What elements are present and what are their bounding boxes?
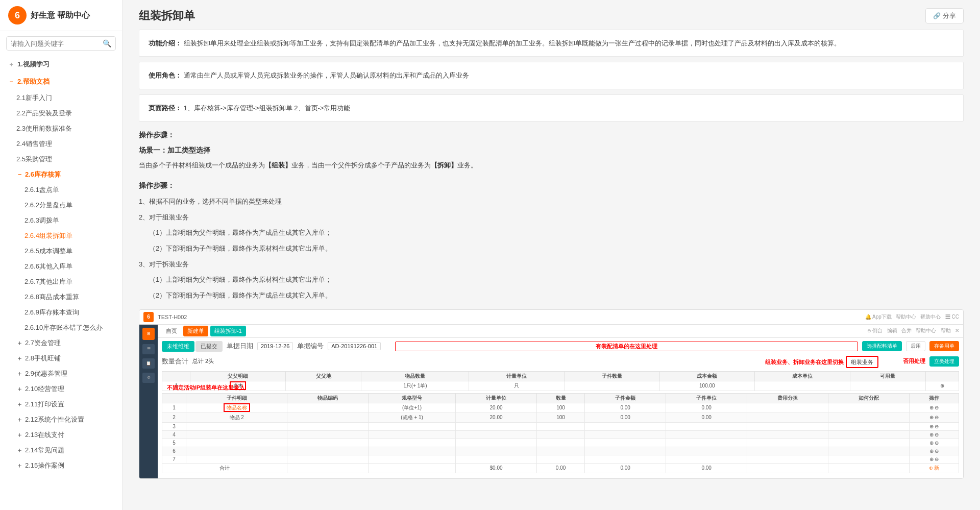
- form-top-row: 未维维维 已提交 单据日期 2019-12-26 单据编号 AD-2019122…: [162, 341, 959, 352]
- sidebar-item-inv264[interactable]: 2.6.4组装拆卸单: [0, 228, 122, 244]
- sidebar-item-pay[interactable]: ＋2.13在线支付: [0, 427, 122, 443]
- sidebar-item-faq[interactable]: ＋2.14常见问题: [0, 443, 122, 458]
- menu-btn-assembly[interactable]: 组装拆卸-1: [210, 326, 246, 336]
- col-sub-method: 如何分配: [828, 393, 910, 403]
- col-check: [162, 371, 190, 381]
- col-sub-qty: 子件数量: [565, 371, 660, 381]
- sidebar-item-install[interactable]: 2.2产品安装及登录: [0, 106, 122, 121]
- table-row: 2 物品 2 (规格 + 1) 20.00 100 0.00 0.00: [162, 412, 959, 422]
- tab-submitted[interactable]: 已提交: [195, 341, 223, 352]
- sidebar-item-newbie[interactable]: 2.1新手入门: [0, 90, 122, 106]
- step3: 3、对于拆装业务: [139, 258, 964, 271]
- ops-steps-title: 操作步骤：: [139, 181, 964, 190]
- assembly-type-row: 数量合计 总计 2头 组装业务、拆卸业务在这里切换 组装业务: [162, 355, 959, 368]
- search-icon[interactable]: 🔍: [103, 39, 111, 47]
- sidebar-item-print[interactable]: ＋2.11打印设置: [0, 397, 122, 412]
- func-intro-text: 组装拆卸单用来处理企业组装或拆卸等加工业务，支持有固定装配清单的产品加工业务，也…: [184, 39, 841, 47]
- col-parent-detail: 父父明细: [190, 371, 286, 381]
- sidebar-item-coupon[interactable]: ＋2.9优惠券管理: [0, 366, 122, 381]
- btn-select-bom[interactable]: 选择配料清单: [862, 341, 902, 351]
- sidebar-item-inv267[interactable]: 2.6.7其他出库单: [0, 274, 122, 289]
- table-row: 4: [162, 430, 959, 439]
- sidebar-item-inv268[interactable]: 2.6.8商品成本重算: [0, 289, 122, 305]
- optional-process-label: 否用处理: [903, 357, 925, 365]
- app-sidebar-icon3: 📋: [142, 358, 155, 369]
- col-qty: 物品数量: [361, 371, 469, 381]
- col-sub-ops: 操作: [910, 393, 959, 403]
- sidebar-item-inv262[interactable]: 2.6.2分量盘点单: [0, 198, 122, 213]
- scenario1-desc: 当由多个子件材料组装成一个成品的业务为【组装】业务，当由一个父件拆分成多个子产品…: [139, 159, 964, 172]
- app-sidebar: ⊞ ☰ 📋 ⚙: [139, 325, 158, 478]
- menu-btn-new[interactable]: 新建单: [183, 326, 208, 336]
- app-id: TEST-H002: [158, 314, 187, 320]
- app-sidebar-icon2: ☰: [142, 344, 155, 354]
- menu-btn-home[interactable]: 自页: [162, 326, 181, 336]
- sidebar: 6 好生意 帮助中心 🔍 ＋ 1.视频学习 － 2.帮助文档 2.1新手入门 2…: [0, 0, 122, 510]
- role-label: 使用角色：: [149, 71, 182, 79]
- sidebar-item-custom[interactable]: ＋2.12系统个性化设置: [0, 412, 122, 427]
- sidebar-item-inv269[interactable]: 2.6.9库存账本查询: [0, 305, 122, 320]
- parent-table: 父父明细 父父地 物品数量 计量单位 子件数量 成本金额 成本单位 可用量: [162, 371, 959, 391]
- ops-title: 操作步骤：: [139, 131, 964, 140]
- sidebar-header: 6 好生意 帮助中心: [0, 0, 122, 31]
- share-button[interactable]: 🔗 分享: [925, 8, 964, 23]
- app-sidebar-icon4: ⚙: [142, 373, 155, 383]
- search-input[interactable]: [11, 40, 103, 47]
- search-box[interactable]: 🔍: [6, 36, 116, 51]
- col-parent-loc: 父父地: [286, 371, 361, 381]
- form-code-label: 单据编号: [297, 342, 324, 351]
- func-intro-label: 功能介绍：: [149, 39, 182, 47]
- table-footer-row: 合计 $0.00 0.00 0.00 0.00: [162, 463, 959, 473]
- func-intro-block: 功能介绍： 组装拆卸单用来处理企业组装或拆卸等加工业务，支持有固定装配清单的产品…: [139, 30, 964, 57]
- step2: 2、对于组装业务: [139, 211, 964, 224]
- tab-not-submitted[interactable]: 未维维维: [162, 341, 194, 352]
- btn-save[interactable]: 存备用单: [929, 341, 959, 351]
- app-menu-icons: ⊕ 倒台 编辑 合并 帮助中心 帮助 ✕: [867, 327, 959, 334]
- sidebar-item-inv261[interactable]: 2.6.1盘点单: [0, 182, 122, 198]
- col-sub-spec: 规格型号: [369, 393, 456, 403]
- app-sidebar-icon1: ⊞: [142, 328, 155, 340]
- sidebar-item-docs[interactable]: － 2.帮助文档: [0, 73, 122, 90]
- sidebar-item-inv265[interactable]: 2.6.5成本调整单: [0, 244, 122, 259]
- logo-title: 好生意 帮助中心: [31, 10, 90, 21]
- form-code-value[interactable]: AD-20191226-001: [328, 342, 381, 350]
- main-content: 功能介绍： 组装拆卸单用来处理企业组装或拆卸等加工业务，支持有固定装配清单的产品…: [122, 30, 980, 510]
- sub-item-label: 物品名称: [224, 403, 250, 412]
- col-sub-unit2: 子件单位: [666, 393, 747, 403]
- table-row: 5: [162, 439, 959, 447]
- form-tabs: 未维维维 已提交: [162, 341, 223, 352]
- col-sub-amount: 子件金额: [585, 393, 666, 403]
- sidebar-item-inv266[interactable]: 2.6.6其他入库单: [0, 259, 122, 274]
- child-table-area: 不固定活动IP组装单在这里录入 子件明细 物品编码 规格型号 计: [162, 393, 959, 473]
- col-available: 可用量: [850, 371, 925, 381]
- sidebar-item-mobile[interactable]: ＋2.8手机旺铺: [0, 351, 122, 366]
- col-sub-detail: 子件明细: [186, 393, 287, 403]
- collapse-icon: －: [8, 78, 14, 86]
- step2-2: （2）下部明细为子件明细，最终作为原材料生成其它出库单。: [139, 242, 964, 255]
- col-sub-qty2: 数量: [537, 393, 585, 403]
- sidebar-item-sales[interactable]: 2.4销售管理: [0, 136, 122, 152]
- sidebar-item-purchase[interactable]: 2.5采购管理: [0, 152, 122, 167]
- col-sub-code: 物品编码: [287, 393, 369, 403]
- sidebar-item-video[interactable]: ＋ 1.视频学习: [0, 56, 122, 73]
- assembly-type-selector[interactable]: 组装业务: [846, 356, 878, 368]
- table-row: 7: [162, 455, 959, 463]
- sidebar-nav: ＋ 1.视频学习 － 2.帮助文档 2.1新手入门 2.2产品安装及登录 2.3…: [0, 56, 122, 510]
- screenshot-image: 6 TEST-H002 🔔 App下载 帮助中心 帮助中心 ☰ CC ⊞ ☰ 📋…: [139, 310, 963, 478]
- sidebar-item-finance[interactable]: ＋2.7资金管理: [0, 335, 122, 351]
- btn-optional[interactable]: 后用: [906, 341, 925, 351]
- sidebar-item-cases[interactable]: ＋2.15操作案例: [0, 458, 122, 473]
- assembly-switch-label: 组装业务、拆卸业务在这里切换: [765, 359, 844, 365]
- form-date-value[interactable]: 2019-12-26: [257, 342, 293, 350]
- col-sub-alloc: 费用分担: [747, 393, 828, 403]
- sidebar-item-inv2610[interactable]: 2.6.10库存账本错了怎么办: [0, 320, 122, 335]
- sidebar-item-inventory[interactable]: － 2.6库存核算: [0, 167, 122, 182]
- sidebar-item-data[interactable]: 2.3使用前数据准备: [0, 121, 122, 136]
- table-row: 6: [162, 447, 959, 455]
- app-logo: 6: [143, 312, 154, 322]
- assembly-switch-area: 组装业务、拆卸业务在这里切换 组装业务: [765, 355, 878, 368]
- sidebar-item-inv263[interactable]: 2.6.3调拨单: [0, 213, 122, 228]
- btn-process[interactable]: 立类处理: [929, 356, 959, 367]
- screenshot-container: 6 TEST-H002 🔔 App下载 帮助中心 帮助中心 ☰ CC ⊞ ☰ 📋…: [139, 309, 964, 479]
- sidebar-item-ops[interactable]: ＋2.10经营管理: [0, 381, 122, 397]
